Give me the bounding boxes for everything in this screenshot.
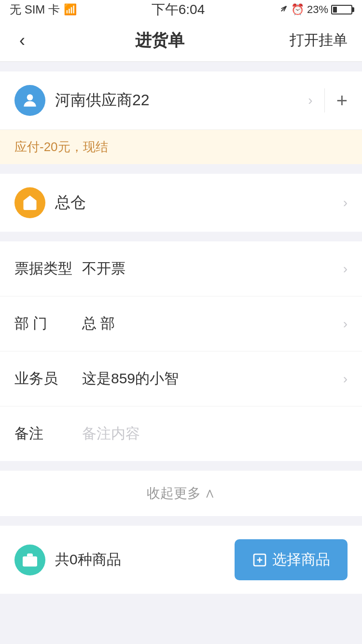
remark-row[interactable]: 备注 备注内容 [0, 406, 362, 461]
supplier-avatar [14, 85, 45, 116]
bottom-bar: 共0种商品 选择商品 [0, 526, 362, 594]
status-right: ⏰ 23% [279, 3, 352, 16]
open-pending-button[interactable]: 打开挂单 [290, 30, 348, 50]
wifi-icon: 📶 [64, 3, 77, 16]
alarm-icon: ⏰ [291, 3, 304, 16]
warehouse-icon [14, 187, 45, 218]
form-section: 票据类型 不开票 › 部 门 总 部 › 业务员 这是859的小智 › 备注 备… [0, 241, 362, 461]
select-product-button[interactable]: 选择商品 [235, 539, 348, 580]
select-product-label: 选择商品 [272, 550, 330, 570]
salesperson-label: 业务员 [14, 369, 72, 389]
status-left: 无 SIM 卡 📶 [10, 2, 77, 17]
supplier-section: 河南供应商22 › + 应付-20元，现结 [0, 71, 362, 164]
collapse-row[interactable]: 收起更多 ∧ [0, 471, 362, 516]
warehouse-name: 总仓 [55, 192, 343, 213]
page-title: 进货单 [135, 29, 184, 52]
department-chevron-icon: › [343, 316, 348, 332]
nav-bar: ‹ 进货单 打开挂单 [0, 19, 362, 62]
battery-text: 23% [307, 3, 328, 16]
svg-rect-4 [23, 556, 37, 566]
remark-label: 备注 [14, 424, 72, 444]
supplier-row[interactable]: 河南供应商22 › + [0, 71, 362, 130]
salesperson-value: 这是859的小智 [82, 369, 343, 389]
supplier-name: 河南供应商22 [55, 90, 308, 111]
warehouse-chevron-icon: › [343, 195, 348, 210]
product-count-text: 共0种商品 [55, 550, 235, 570]
invoice-type-value: 不开票 [82, 259, 343, 279]
location-icon [279, 3, 288, 16]
svg-point-3 [27, 94, 33, 100]
invoice-type-label: 票据类型 [14, 259, 72, 279]
back-button[interactable]: ‹ [14, 26, 30, 56]
remark-placeholder: 备注内容 [82, 424, 348, 444]
product-count-icon [14, 545, 45, 575]
add-supplier-button[interactable]: + [336, 91, 348, 110]
salesperson-row[interactable]: 业务员 这是859的小智 › [0, 351, 362, 406]
carrier-text: 无 SIM 卡 [10, 2, 60, 17]
status-time: 下午6:04 [152, 0, 205, 19]
warehouse-row[interactable]: 总仓 › [0, 174, 362, 232]
supplier-chevron-icon: › [308, 93, 312, 108]
supplier-divider [324, 88, 325, 112]
section-gap-1 [0, 62, 362, 71]
notice-banner: 应付-20元，现结 [0, 130, 362, 164]
status-bar: 无 SIM 卡 📶 下午6:04 ⏰ 23% [0, 0, 362, 19]
department-value: 总 部 [82, 314, 343, 334]
salesperson-chevron-icon: › [343, 371, 348, 387]
department-label: 部 门 [14, 314, 72, 334]
invoice-type-chevron-icon: › [343, 261, 348, 277]
department-row[interactable]: 部 门 总 部 › [0, 296, 362, 351]
collapse-label: 收起更多 ∧ [147, 484, 216, 503]
select-product-icon [252, 552, 267, 568]
invoice-type-row[interactable]: 票据类型 不开票 › [0, 241, 362, 296]
battery-icon [331, 5, 352, 14]
